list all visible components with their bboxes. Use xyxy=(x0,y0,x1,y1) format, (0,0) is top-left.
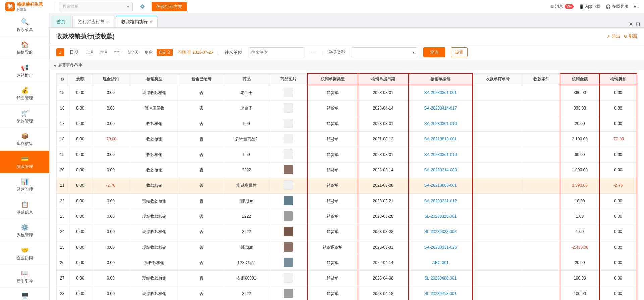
tab-home[interactable]: 首页 xyxy=(51,16,71,27)
data-table: ⚙ 余额 现金折扣 核销类型 包含已结清 商品 商品图片 核销单据类型 核销单据… xyxy=(56,73,637,300)
cell-bill-report-no[interactable]: ABC-001 xyxy=(409,255,473,270)
col-header-include-settled: 包含已结清 xyxy=(179,73,223,85)
sidebar-item-system[interactable]: ⚙️ 系统管理 xyxy=(0,219,49,242)
date-btn-this-year[interactable]: 本年 xyxy=(112,49,124,56)
cell-bill-report-no[interactable]: SA-20230301-010 xyxy=(409,116,473,131)
cell-bill-report-no[interactable]: SL-20230418-001 xyxy=(409,286,473,300)
app-download-btn[interactable]: 📱 App下载 xyxy=(579,4,600,9)
sidebar-item-enterprise[interactable]: 🤝 企业协同 xyxy=(0,242,49,265)
cell-bill-report-no[interactable]: SL-20230328-002 xyxy=(409,224,473,240)
date-btn-last-month[interactable]: 上月 xyxy=(84,49,96,56)
cell-bill-report-no[interactable]: SL-20230328-001 xyxy=(409,209,473,224)
table-row[interactable]: 18 0.00 -70.00 收款核销 否 多计量商品2 销货单 2021-08… xyxy=(57,131,637,147)
table-row[interactable]: 28 0.00 0.00 现结收款核销 否 2222 销货单 2023-04-1… xyxy=(57,286,637,300)
top-search-box[interactable]: 搜索菜单 ▾ xyxy=(59,2,133,11)
filter-settings-btn[interactable]: 设置 xyxy=(451,47,468,57)
table-row[interactable]: 22 0.00 0.00 现结收款核销 否 测试jun 销货单 2023-03-… xyxy=(57,193,637,209)
user-name: Rit xyxy=(634,4,639,9)
table-row[interactable]: 25 0.00 0.00 现结收款核销 否 测试jun 销货退货单 2023-0… xyxy=(57,240,637,255)
col-header-bill-report-no: 核销单据号 xyxy=(409,73,473,85)
bill-no-link[interactable]: SA-20230321-012 xyxy=(424,199,457,203)
table-row[interactable]: 21 0.00 -2.76 收款核销 否 测试多属性 销货单 2021-08-0… xyxy=(57,178,637,193)
export-label: 导出 xyxy=(611,33,620,39)
sidebar-item-sales[interactable]: 💰 销售管理 xyxy=(0,82,49,105)
table-row[interactable]: 26 0.00 0.00 预收款核销 否 123D商品 销货单 2022-04-… xyxy=(57,255,637,270)
bill-no-link[interactable]: SA-20230331-026 xyxy=(424,245,457,250)
tab-maximize-btn[interactable]: ⊡ xyxy=(636,21,640,27)
expand-conditions-btn[interactable]: ∨ 展开更多条件 xyxy=(50,61,644,70)
sidebar-item-operation[interactable]: 📊 经营管理 xyxy=(0,173,49,196)
col-header-gear[interactable]: ⚙ xyxy=(57,73,68,85)
export-btn[interactable]: ↗ 导出 xyxy=(606,33,620,39)
date-btn-7days[interactable]: 近7天 xyxy=(126,49,141,56)
bill-no-link[interactable]: SA-20210808-001 xyxy=(424,183,457,188)
counterparty-input[interactable] xyxy=(248,47,305,57)
bill-no-link[interactable]: SA-20230301-001 xyxy=(424,90,457,95)
table-row[interactable]: 19 0.00 0.00 收款核销 否 999 销货单 2023-03-01 S… xyxy=(57,147,637,162)
sidebar-item-search[interactable]: 🔍 搜索菜单 xyxy=(0,13,49,36)
bill-no-link[interactable]: SL-20230408-001 xyxy=(424,276,457,281)
cell-bill-report-date: 2023-03-01 xyxy=(358,85,409,100)
cell-bill-report-no[interactable]: SA-20210808-001 xyxy=(409,178,473,193)
sidebar-item-inventory[interactable]: 📦 库存核算 xyxy=(0,128,49,151)
bill-no-link[interactable]: SA-20230414-017 xyxy=(424,106,457,111)
cell-bill-report-no[interactable]: SA-20230314-008 xyxy=(409,162,473,178)
bill-no-link[interactable]: ABC-001 xyxy=(432,260,449,265)
bill-no-link[interactable]: SL-20230328-002 xyxy=(424,229,457,234)
date-btn-custom[interactable]: 自定义 xyxy=(157,49,173,56)
industry-btn[interactable]: 休验行业方案 xyxy=(152,2,187,11)
sidebar-item-quicknav[interactable]: 🏠 快捷导航 xyxy=(0,36,49,59)
refresh-btn[interactable]: ↻ 刷新 xyxy=(624,33,637,39)
cell-write-off-amount: 10.00 xyxy=(560,193,599,209)
table-scroll-area[interactable]: ⚙ 余额 现金折扣 核销类型 包含已结清 商品 商品图片 核销单据类型 核销单据… xyxy=(56,73,637,300)
query-btn[interactable]: 查询 xyxy=(423,47,445,57)
date-btn-this-month[interactable]: 本月 xyxy=(98,49,110,56)
sidebar-item-purchase[interactable]: 🛒 采购管理 xyxy=(0,105,49,128)
counterparty-label: 往来单位 xyxy=(225,49,242,55)
bill-no-link[interactable]: SA-20210813-001 xyxy=(424,137,457,141)
table-row[interactable]: 23 0.00 0.00 现结收款核销 否 2222 销货单 2023-03-2… xyxy=(57,209,637,224)
bill-no-link[interactable]: SA-20230314-008 xyxy=(424,168,457,172)
table-row[interactable]: 24 0.00 0.00 现结收款核销 否 2222 销货单 2023-03-2… xyxy=(57,224,637,240)
sidebar-item-capital[interactable]: 💳 资金管理 xyxy=(0,151,49,173)
cell-write-off-type: 现结收款核销 xyxy=(129,224,179,240)
bill-no-link[interactable]: SL-20230328-001 xyxy=(424,214,457,219)
tab-prepay-close[interactable]: × xyxy=(106,19,109,24)
filter-expand-btn[interactable]: » xyxy=(56,48,64,56)
table-row[interactable]: 16 0.00 0.00 预冲应应收 否 老白干 销货单 2023-04-14 … xyxy=(57,100,637,116)
online-service-btn[interactable]: 🎧 在线客服 xyxy=(606,4,628,9)
settings-icon[interactable]: ⚙️ xyxy=(137,1,148,12)
table-row[interactable]: 17 0.00 0.00 收款核销 否 999 销货单 2023-03-01 S… xyxy=(57,116,637,131)
bill-no-link[interactable]: SL-20230418-001 xyxy=(424,291,457,296)
cell-row-num: 19 xyxy=(57,147,68,162)
cell-bill-report-no[interactable]: SL-20230408-001 xyxy=(409,270,473,286)
message-btn[interactable]: ✉ 消息 99+ xyxy=(550,4,574,9)
download-icon: 📱 xyxy=(579,4,584,9)
sidebar-item-marketing[interactable]: 📢 营销推广 xyxy=(0,59,49,82)
cell-balance: 0.00 xyxy=(68,224,92,240)
cell-bill-report-no[interactable]: SA-20230414-017 xyxy=(409,100,473,116)
sidebar-item-guide[interactable]: 📖 新手引导 xyxy=(0,265,49,288)
message-badge: 99+ xyxy=(565,4,574,9)
cell-bill-report-no[interactable]: SA-20230331-026 xyxy=(409,240,473,255)
cell-bill-report-date: 2021-08-08 xyxy=(358,178,409,193)
cell-bill-report-no[interactable]: SA-20230301-001 xyxy=(409,85,473,100)
sidebar-item-hardware[interactable]: 🖥️ 智能硬件 xyxy=(0,288,49,300)
cell-bill-report-no[interactable]: SA-20230301-010 xyxy=(409,147,473,162)
tab-close-all-btn[interactable]: ✕ xyxy=(629,21,633,27)
cell-bill-report-no[interactable]: SA-20230321-012 xyxy=(409,193,473,209)
tab-collection-close[interactable]: × xyxy=(150,19,152,24)
table-row[interactable]: 20 0.00 0.00 收款核销 否 2222 销货单 2023-03-14 … xyxy=(57,162,637,178)
bill-no-link[interactable]: SA-20230301-010 xyxy=(424,121,457,126)
user-avatar[interactable]: Rit xyxy=(634,4,639,9)
date-btn-more[interactable]: 更多 xyxy=(143,49,155,56)
tab-collection[interactable]: 收款核销执行 × xyxy=(116,16,158,27)
table-row[interactable]: 15 0.00 0.00 现结收款核销 否 老白干 销货单 2023-03-01… xyxy=(57,85,637,100)
bill-type-select[interactable]: ▾ xyxy=(351,47,418,57)
cell-bill-report-no[interactable]: SA-20210813-001 xyxy=(409,131,473,147)
bill-no-link[interactable]: SA-20230301-010 xyxy=(424,152,457,157)
tab-prepay[interactable]: 预付冲应付单 × xyxy=(72,16,114,27)
sidebar-item-basic[interactable]: 📋 基础信息 xyxy=(0,196,49,219)
table-row[interactable]: 27 0.00 0.00 现结收款核销 否 衣服00001 销货单 2023-0… xyxy=(57,270,637,286)
app-logo: 畅 畅捷通好生意 标准版 xyxy=(5,1,55,12)
